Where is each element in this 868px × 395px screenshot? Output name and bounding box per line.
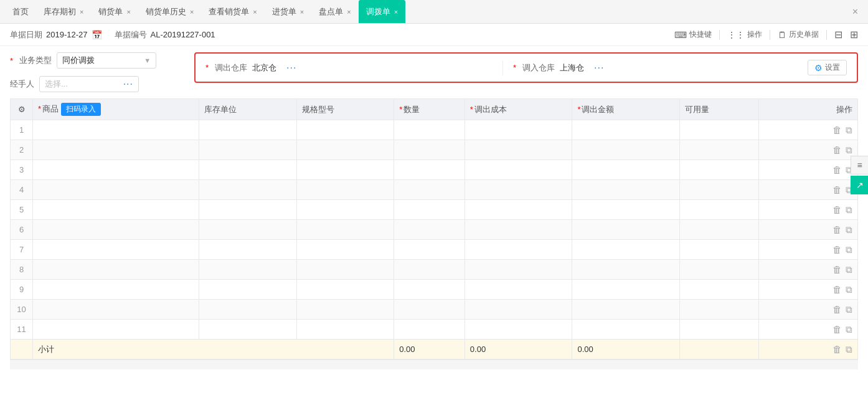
table-header-row: ⚙ 商品 扫码录入 库存单位 规格型号 数量 调出成本 调出金额 可用量 操作	[11, 99, 858, 120]
product-cell[interactable]	[33, 140, 199, 160]
th-unit: 库存单位	[199, 99, 297, 120]
delete-icon[interactable]: 🗑	[833, 284, 842, 295]
copy-icon[interactable]: ⧉	[846, 125, 852, 136]
subtotal-amount: 0.00	[572, 340, 680, 359]
form-left: * 业务类型 同价调拨 ▼ 经手人 选择... ···	[10, 52, 184, 92]
action-cell: 🗑 ⧉	[759, 140, 858, 160]
warehouse-out-label: 调出仓库	[215, 62, 247, 74]
delete-icon[interactable]: 🗑	[833, 224, 842, 235]
scan-button[interactable]: 扫码录入	[61, 103, 101, 116]
copy-icon[interactable]: ⧉	[846, 284, 852, 295]
tab-view-sales[interactable]: 查看销货单 ×	[201, 0, 264, 23]
required-star: *	[10, 56, 13, 65]
business-type-select[interactable]: 同价调拨 ▼	[57, 52, 156, 69]
delete-icon[interactable]: 🗑	[833, 184, 842, 195]
history-doc-button[interactable]: 🗒 历史单据	[778, 29, 819, 40]
copy-icon[interactable]: ⧉	[846, 244, 852, 255]
gear-icon[interactable]: ⚙	[18, 105, 26, 114]
delete-icon[interactable]: 🗑	[833, 164, 842, 175]
product-cell[interactable]	[33, 160, 199, 180]
copy-icon[interactable]: ⧉	[846, 264, 852, 275]
table-row: 6 🗑⧉	[11, 220, 858, 240]
subtotal-cost: 0.00	[465, 340, 572, 359]
copy-icon[interactable]: ⧉	[846, 224, 852, 236]
close-icon[interactable]: ×	[347, 8, 351, 16]
separator	[719, 30, 720, 40]
side-list-button[interactable]: ≡	[851, 156, 868, 174]
tab-inventory-init[interactable]: 库存期初 ×	[36, 0, 91, 23]
delete-icon[interactable]: 🗑	[833, 324, 842, 335]
unit-cell	[199, 140, 297, 160]
tab-transfer[interactable]: 调拨单 ×	[359, 0, 405, 23]
close-icon[interactable]: ×	[80, 8, 83, 16]
available-cell	[680, 120, 759, 140]
amount-cell	[572, 140, 680, 160]
tab-inventory[interactable]: 盘点单 ×	[311, 0, 358, 23]
cost-cell	[465, 120, 572, 140]
qty-cell[interactable]	[394, 160, 465, 180]
qty-cell[interactable]	[394, 120, 465, 140]
copy-icon[interactable]: ⧉	[846, 145, 852, 156]
manager-select[interactable]: 选择... ···	[39, 76, 139, 92]
warehouse-out-field: * 调出仓库 北京仓 ···	[205, 62, 493, 74]
side-expand-button[interactable]: ↗	[851, 176, 868, 194]
subtotal-row: 小计 0.00 0.00 0.00 🗑⧉	[11, 340, 858, 359]
warehouse-in-ellipsis-button[interactable]: ···	[594, 62, 604, 74]
operation-button[interactable]: ⋮⋮ 操作	[727, 29, 762, 40]
operation-icon: ⋮⋮	[727, 30, 745, 40]
close-icon[interactable]: ×	[394, 8, 398, 16]
table-row: 5 🗑⧉	[11, 200, 858, 220]
gear-icon: ⚙	[814, 63, 823, 73]
tab-purchase[interactable]: 进货单 ×	[265, 0, 311, 23]
copy-icon[interactable]: ⧉	[846, 204, 852, 216]
delete-icon[interactable]: 🗑	[833, 145, 842, 155]
side-buttons: ≡ ↗	[851, 156, 868, 194]
close-all-tabs-button[interactable]: ×	[847, 6, 863, 17]
table-wrapper: ⚙ 商品 扫码录入 库存单位 规格型号 数量 调出成本 调出金额 可用量 操作 …	[0, 98, 868, 359]
product-cell[interactable]	[33, 120, 199, 140]
calendar-icon[interactable]: 📅	[92, 30, 102, 40]
qty-cell[interactable]	[394, 140, 465, 160]
delete-icon[interactable]: 🗑	[833, 125, 842, 135]
tab-sales[interactable]: 销货单 ×	[91, 0, 138, 23]
close-icon[interactable]: ×	[126, 8, 130, 16]
close-icon[interactable]: ×	[253, 8, 257, 16]
manager-ellipsis-button[interactable]: ···	[123, 79, 133, 90]
copy-icon[interactable]: ⧉	[846, 344, 852, 355]
amount-cell	[572, 120, 680, 140]
th-available: 可用量	[680, 99, 759, 120]
table-row: 2 🗑 ⧉	[11, 140, 858, 160]
delete-icon[interactable]: 🗑	[833, 264, 842, 275]
quick-key-button[interactable]: ⌨ 快捷键	[674, 29, 712, 40]
table-row: 8 🗑⧉	[11, 260, 858, 280]
copy-icon[interactable]: ⧉	[846, 304, 852, 315]
table-row: 11 🗑⧉	[11, 320, 858, 340]
th-qty: 数量	[394, 99, 465, 120]
th-amount: 调出金额	[572, 99, 680, 120]
copy-icon[interactable]: ⧉	[846, 324, 852, 335]
subtotal-label: 小计	[33, 340, 394, 359]
business-type-field: * 业务类型 同价调拨 ▼	[10, 52, 184, 69]
warehouse-divider	[502, 60, 503, 75]
warehouse-in-label: 调入仓库	[522, 62, 555, 74]
delete-icon[interactable]: 🗑	[833, 244, 842, 255]
manager-field: 经手人 选择... ···	[10, 76, 184, 92]
settings-button[interactable]: ⚙ 设置	[808, 60, 847, 75]
scroll-bar[interactable]	[10, 359, 858, 369]
close-icon[interactable]: ×	[300, 8, 304, 16]
grid-view-button[interactable]: ⊟	[834, 29, 842, 40]
delete-icon[interactable]: 🗑	[833, 344, 842, 355]
cost-cell	[465, 140, 572, 160]
tab-home[interactable]: 首页	[5, 0, 36, 23]
history-icon: 🗒	[778, 30, 786, 40]
table-row: 7 🗑⧉	[11, 240, 858, 260]
delete-icon[interactable]: 🗑	[833, 304, 842, 315]
warehouse-out-value: 北京仓	[252, 62, 276, 74]
tab-sales-history[interactable]: 销货单历史 ×	[138, 0, 201, 23]
list-view-button[interactable]: ⊞	[850, 29, 858, 40]
delete-icon[interactable]: 🗑	[833, 204, 842, 215]
warehouse-out-ellipsis-button[interactable]: ···	[286, 62, 296, 74]
close-icon[interactable]: ×	[190, 8, 194, 16]
warehouse-in-field: * 调入仓库 上海仓 ···	[513, 62, 800, 74]
separator	[826, 30, 827, 40]
